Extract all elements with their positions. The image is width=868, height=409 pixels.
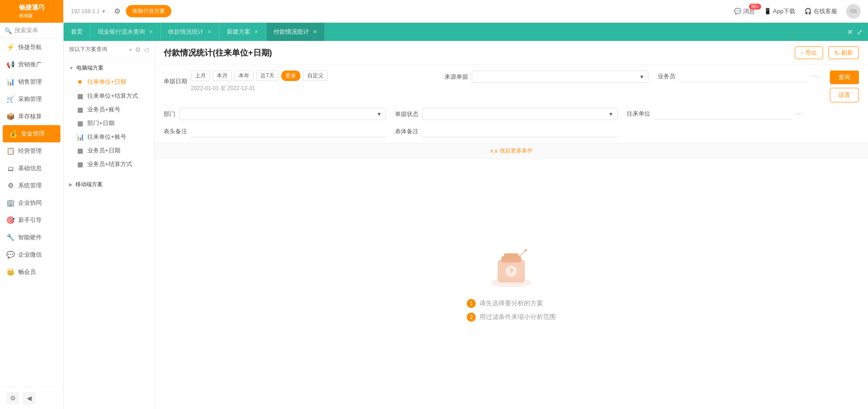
body-note-input[interactable] — [422, 126, 617, 137]
header-note-label: 表头备注 — [164, 127, 187, 136]
source-select[interactable]: ▾ — [472, 71, 649, 83]
sidebar-settings-button[interactable]: ⚙ — [6, 392, 19, 404]
scheme-settings-button[interactable]: ⚙ — [135, 46, 141, 53]
sidebar-item-label: 基础信息 — [18, 164, 42, 172]
topbar-settings-button[interactable]: ⚙ — [114, 7, 120, 15]
topbar-address: 192.168.1.1 ▾ — [71, 8, 105, 15]
last-month-btn[interactable]: 上月 — [191, 71, 210, 81]
content-area: 按以下方案查询 + ⚙ ◁ ▼ 电脑端方案 ● 往来单位+日期 ▦ — [64, 41, 868, 409]
tab-bank-flow[interactable]: 现金银行流水查询 ✕ — [90, 23, 161, 41]
tab-receipt-stats-close[interactable]: ✕ — [207, 29, 212, 35]
scheme-item-unit-date[interactable]: ● 往来单位+日期 — [64, 74, 154, 89]
doc-status-arrow: ▾ — [609, 111, 613, 117]
tab-payment-stats-close[interactable]: ✕ — [313, 29, 317, 35]
app-icon: 📱 — [764, 8, 771, 15]
sidebar-item-label: 企业微信 — [18, 251, 42, 259]
mobile-section-toggle[interactable]: ▶ 移动端方案 — [64, 178, 154, 191]
sidebar-item-label: 采购管理 — [18, 95, 42, 103]
tab-new-scheme[interactable]: 新建方案 ✕ — [219, 23, 266, 41]
this-year-btn[interactable]: 本年 — [234, 71, 254, 81]
salesman-more-btn[interactable]: ··· — [812, 72, 821, 81]
tab-close-all-button[interactable]: ✕ — [847, 28, 853, 36]
related-unit-label: 往来单位 — [627, 110, 650, 118]
tip-text-2: 用过滤条件来缩小分析范围 — [479, 313, 556, 321]
sidebar-item-inventory[interactable]: 📦 库存核算 — [0, 108, 63, 125]
trial-button[interactable]: 体验行业方案 — [126, 5, 171, 17]
refresh-button[interactable]: ↻ 刷新 — [828, 46, 859, 59]
messages-button[interactable]: 💬 消息 99+ — [734, 7, 755, 15]
sidebar-search-label: 搜索菜单 — [15, 26, 38, 35]
right-panel: 付款情况统计(往来单位+日期) ↑ 导出 ↻ 刷新 — [155, 41, 868, 409]
setting-button[interactable]: 设置 — [830, 88, 859, 102]
funds-icon: 💰 — [9, 130, 17, 138]
operations-icon: 📋 — [6, 147, 15, 155]
tab-payment-stats[interactable]: 付款情况统计 ✕ — [266, 23, 325, 41]
scheme-item-unit-settle[interactable]: ▦ 往来单位+结算方式 — [64, 89, 154, 103]
wechat-icon: 💬 — [6, 251, 15, 259]
sidebar-item-operations[interactable]: 📋 经营管理 — [0, 142, 63, 160]
sidebar-item-funds[interactable]: 💰 资金管理 — [3, 125, 60, 142]
sidebar-item-purchase[interactable]: 🛒 采购管理 — [0, 91, 63, 108]
collapse-up-icon: ∧∧ — [490, 148, 498, 154]
sidebar-item-guide[interactable]: 🎯 新手引导 — [0, 212, 63, 229]
add-scheme-button[interactable]: + — [129, 46, 132, 53]
sidebar-item-quick-nav[interactable]: ⚡ 快捷导航 — [0, 39, 63, 56]
pc-schemes-section: ▼ 电脑端方案 ● 往来单位+日期 ▦ 往来单位+结算方式 ▦ 业务员+账号 ▦ — [64, 58, 154, 175]
empty-tip-2: 2 用过滤条件来缩小分析范围 — [467, 313, 556, 322]
sidebar-item-system[interactable]: ⚙ 系统管理 — [0, 177, 63, 194]
custom-date-btn[interactable]: 自定义 — [303, 71, 328, 81]
scheme-item-unit-account[interactable]: 📊 往来单位+账号 — [64, 130, 154, 144]
pc-section-label: 电脑端方案 — [76, 64, 104, 72]
tip-num-2: 2 — [467, 313, 476, 322]
app-download-button[interactable]: 📱 App下载 — [764, 7, 795, 15]
sidebar-item-label: 系统管理 — [18, 182, 42, 190]
scheme-item-dept-date[interactable]: ▦ 部门+日期 — [64, 116, 154, 130]
related-unit-more-btn[interactable]: ··· — [796, 110, 804, 118]
tab-bank-flow-close[interactable]: ✕ — [149, 29, 153, 35]
avatar-text: Rit — [850, 8, 857, 15]
collapse-bar[interactable]: ∧∧ 收起更多条件 — [155, 143, 868, 159]
tab-new-scheme-close[interactable]: ✕ — [254, 29, 259, 35]
scheme-item-salesman-settle[interactable]: ▦ 业务员+结算方式 — [64, 157, 154, 171]
more-date-btn[interactable]: 更多 — [281, 71, 300, 81]
tab-home[interactable]: 首页 — [64, 23, 90, 41]
mobile-schemes-section: ▶ 移动端方案 — [64, 175, 154, 194]
sidebar-item-wechat[interactable]: 💬 企业微信 — [0, 246, 63, 263]
sidebar-item-sales[interactable]: 📊 销售管理 — [0, 73, 63, 91]
customer-service-button[interactable]: 🎧 在线客服 — [804, 7, 837, 15]
last-7days-btn[interactable]: 近7天 — [256, 71, 279, 81]
quick-nav-icon: ⚡ — [6, 43, 15, 51]
doc-status-label: 单据状态 — [395, 110, 419, 118]
this-month-btn[interactable]: 本月 — [213, 71, 232, 81]
salesman-input[interactable] — [679, 71, 808, 82]
sidebar-item-label: 智能硬件 — [18, 233, 42, 242]
scheme-item-salesman-account[interactable]: ▦ 业务员+账号 — [64, 103, 154, 116]
left-panel-header: 按以下方案查询 + ⚙ ◁ — [64, 41, 154, 58]
sidebar-item-enterprise[interactable]: 🏢 企业协同 — [0, 194, 63, 212]
sidebar-item-label: 资金管理 — [21, 130, 45, 138]
sidebar-search[interactable]: 🔍 搜索菜单 — [0, 23, 63, 39]
user-avatar[interactable]: Rit — [846, 4, 861, 19]
doc-status-select[interactable]: ▾ — [422, 108, 617, 120]
address-dropdown-icon[interactable]: ▾ — [102, 8, 105, 15]
tab-maximize-button[interactable]: ⤢ — [857, 28, 863, 36]
panel-collapse-button[interactable]: ◁ — [144, 46, 149, 53]
sidebar-item-basic-info[interactable]: 🗂 基础信息 — [0, 160, 63, 177]
related-unit-input[interactable] — [654, 108, 792, 120]
tab-receipt-stats[interactable]: 收款情况统计 ✕ — [161, 23, 219, 41]
sidebar-item-smart-hw[interactable]: 🔧 智能硬件 — [0, 229, 63, 246]
empty-tips: 1 请先选择要分析的方案 2 用过滤条件来缩小分析范围 — [467, 299, 556, 322]
dept-select[interactable]: ▾ — [179, 108, 386, 120]
sidebar-item-marketing[interactable]: 📢 营销推广 — [0, 56, 63, 73]
filter-doc-status-item: 单据状态 ▾ — [395, 108, 617, 120]
pc-section-toggle[interactable]: ▼ 电脑端方案 — [64, 62, 154, 74]
sidebar-collapse-button[interactable]: ◀ — [23, 392, 35, 404]
export-button[interactable]: ↑ 导出 — [795, 46, 823, 59]
filter-area: 单据日期 上月 本月 本年 近7天 更多 自定义 2022-01-01 至 20… — [155, 65, 868, 143]
header-note-input[interactable] — [191, 126, 386, 137]
scheme-label: 业务员+账号 — [87, 106, 120, 114]
scheme-item-salesman-date[interactable]: ▦ 业务员+日期 — [64, 144, 154, 157]
sidebar-item-member[interactable]: 👑 畅会员 — [0, 263, 63, 281]
dept-label: 部门 — [164, 110, 175, 118]
query-button[interactable]: 查询 — [830, 71, 859, 84]
